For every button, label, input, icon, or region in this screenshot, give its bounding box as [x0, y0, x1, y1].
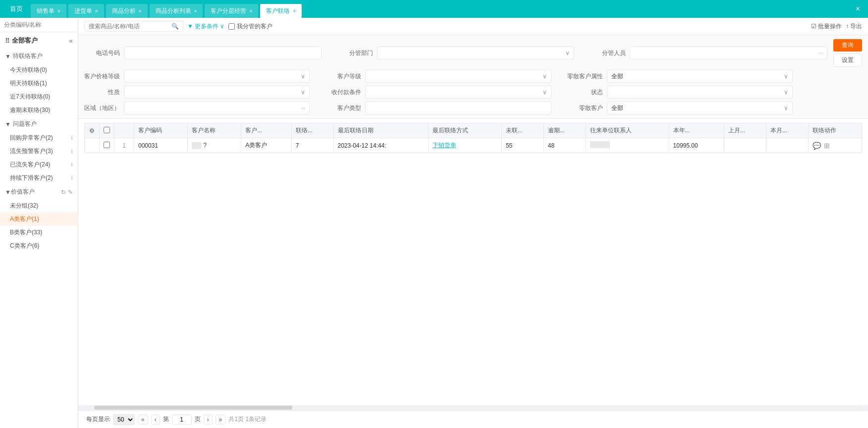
close-all-tabs[interactable]: × — [852, 4, 864, 13]
info-icon: ℹ — [71, 175, 73, 181]
th-overdue[interactable]: 逾期... — [543, 123, 586, 138]
th-gear[interactable]: ⚙ — [85, 123, 100, 138]
page-end-label: 页 — [195, 415, 201, 424]
last-page-button[interactable]: » — [216, 415, 226, 425]
my-customers-check[interactable] — [228, 23, 235, 30]
close-icon[interactable]: × — [57, 8, 60, 14]
more-filters-button[interactable]: ▼ 更多条件 ∨ — [187, 22, 224, 31]
refresh-icon[interactable]: ↻ — [61, 189, 66, 196]
dept-select[interactable]: ∨ — [377, 47, 575, 59]
th-last-month[interactable]: 上月... — [724, 123, 766, 138]
setting-button[interactable]: 设置 — [833, 54, 862, 67]
prev-page-button[interactable]: ‹ — [151, 415, 160, 425]
horizontal-scrollbar[interactable] — [84, 405, 862, 410]
sidebar-item-overdue[interactable]: 逾期未联络(30) — [0, 104, 78, 117]
select-all-checkbox[interactable] — [104, 127, 110, 133]
person-input[interactable]: ··· — [630, 47, 827, 59]
last-way-link[interactable]: 下销货单 — [433, 142, 456, 149]
chevron-down-icon: ∨ — [301, 73, 305, 80]
filter-cell-retail: 零散客户 全部 ∨ — [567, 102, 793, 114]
th-contact[interactable]: 联络... — [291, 123, 333, 138]
page-label: 第 — [163, 415, 169, 424]
chevron-down-icon: ∨ — [542, 73, 547, 80]
nav-tab-sales[interactable]: 销售单 × — [31, 4, 66, 18]
retail-select[interactable]: 全部 ∨ — [607, 102, 793, 114]
sidebar-section-pending[interactable]: ▼ 待联络客户 — [0, 49, 78, 63]
sidebar-item-class-b[interactable]: B类客户(33) — [0, 226, 78, 239]
phone-input[interactable] — [124, 47, 322, 59]
batch-op-button[interactable]: ☑ 批量操作 — [811, 22, 842, 31]
th-checkbox[interactable] — [100, 123, 114, 138]
sidebar-item-declining[interactable]: 持续下滑客户(2) ℹ — [0, 171, 78, 185]
close-icon[interactable]: × — [194, 8, 197, 14]
td-code[interactable]: 000031 — [134, 138, 188, 153]
region-input[interactable]: ··· — [124, 102, 310, 114]
main-layout: 🔍 ⠿ 全部客户 « ▼ 待联络客户 今天待联络(0) 明天待联络(1) 近7天… — [0, 18, 868, 428]
th-name[interactable]: 客户名称 — [188, 123, 241, 138]
status-select[interactable]: ∨ — [607, 86, 793, 99]
customer-type-input[interactable] — [365, 102, 551, 114]
close-icon[interactable]: × — [249, 8, 252, 14]
sidebar-item-unclassified[interactable]: 未分组(32) — [0, 199, 78, 213]
close-icon[interactable]: × — [293, 8, 296, 14]
advanced-filter: 电话号码 分管部门 ∨ 分管人员 ··· — [78, 35, 868, 119]
filter-cell-customer-type: 客户类型 — [326, 102, 551, 114]
th-this-month[interactable]: 本月... — [766, 123, 808, 138]
sidebar-item-7days[interactable]: 近7天待联络(0) — [0, 90, 78, 104]
nature-select[interactable]: ∨ — [124, 86, 310, 99]
search-filter-input[interactable]: 🔍 — [84, 21, 183, 32]
sidebar-item-tomorrow[interactable]: 明天待联络(1) — [0, 77, 78, 90]
sidebar-item-class-c[interactable]: C类客户(6) — [0, 239, 78, 253]
th-type[interactable]: 客户... — [241, 123, 291, 138]
th-unit-contact[interactable]: 往来单位联系人 — [586, 123, 669, 138]
td-last-way[interactable]: 下销货单 — [428, 138, 501, 153]
chat-icon[interactable]: 💬 — [813, 142, 821, 150]
td-this-year: 10995.00 — [669, 138, 724, 153]
td-last-date: 2023-04-12 14:44: — [333, 138, 428, 153]
sidebar-item-today[interactable]: 今天待联络(0) — [0, 63, 78, 77]
nav-tab-customer-contact[interactable]: 客户联络 × — [260, 4, 302, 18]
filter-row-3: 性质 ∨ 收付款条件 ∨ 状态 ∨ — [84, 86, 862, 99]
td-checkbox[interactable] — [100, 138, 114, 153]
page-size-select[interactable]: 50 — [113, 414, 135, 425]
nav-home[interactable]: 首页 — [4, 0, 29, 18]
close-icon[interactable]: × — [139, 8, 142, 14]
scroll-thumb[interactable] — [94, 406, 292, 410]
th-this-year[interactable]: 本年... — [669, 123, 724, 138]
filter-cell-retail-attr: 零散客户属性 全部 ∨ — [567, 70, 793, 83]
next-page-button[interactable]: › — [204, 415, 213, 425]
filter-cell-nature: 性质 ∨ — [84, 86, 310, 99]
export-button[interactable]: ↑ 导出 — [846, 22, 862, 31]
sidebar-item-warning[interactable]: 流失预警客户(3) ℹ — [0, 145, 78, 158]
th-last-way[interactable]: 最后联络方式 — [428, 123, 501, 138]
qr-icon[interactable]: ⊞ — [824, 142, 830, 150]
nav-tab-purchase[interactable]: 进货单 × — [68, 4, 104, 18]
search-input[interactable] — [89, 23, 171, 30]
nav-tab-analysis-list[interactable]: 商品分析列表 × — [150, 4, 203, 18]
grid-icon: ⠿ — [5, 37, 10, 45]
sidebar-item-lost[interactable]: 已流失客户(24) ℹ — [0, 158, 78, 171]
th-code[interactable]: 客户编码 — [134, 123, 188, 138]
price-level-select[interactable]: ∨ — [124, 70, 310, 83]
th-no-contact[interactable]: 未联... — [501, 123, 543, 138]
sidebar-collapse-icon[interactable]: « — [69, 37, 73, 45]
table-row: 1 000031 ? A类客户 7 2023-04-12 14:44: 下销货单… — [85, 138, 862, 153]
all-customers-label[interactable]: 全部客户 — [12, 36, 38, 45]
payment-select[interactable]: ∨ — [365, 86, 551, 99]
sidebar-section-problem[interactable]: ▼ 问题客户 — [0, 117, 78, 131]
first-page-button[interactable]: « — [138, 415, 148, 425]
customer-level-select[interactable]: ∨ — [365, 70, 551, 83]
th-last-date[interactable]: 最后联络日期 — [333, 123, 428, 138]
page-number-input[interactable] — [172, 415, 192, 425]
sidebar-item-class-a[interactable]: A类客户(1) — [0, 213, 78, 226]
edit-icon[interactable]: ✎ — [68, 189, 73, 196]
nav-tab-customer-tier[interactable]: 客户分层经营 × — [205, 4, 258, 18]
query-button[interactable]: 查询 — [833, 39, 862, 52]
nav-tab-analysis[interactable]: 商品分析 × — [106, 4, 148, 18]
sidebar-search-input[interactable] — [4, 21, 78, 28]
row-checkbox[interactable] — [104, 142, 110, 148]
sidebar-item-abnormal[interactable]: 回购异常客户(2) ℹ — [0, 131, 78, 145]
my-customers-checkbox[interactable]: 我分管的客户 — [228, 22, 272, 31]
close-icon[interactable]: × — [95, 8, 98, 14]
retail-attr-select[interactable]: 全部 ∨ — [607, 70, 793, 83]
